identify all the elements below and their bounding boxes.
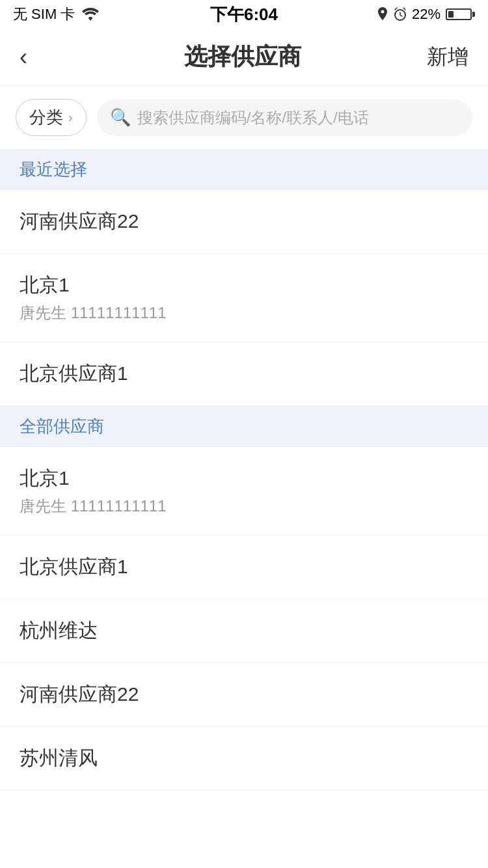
list-item[interactable]: 河南供应商22 xyxy=(0,190,488,254)
status-left: 无 SIM 卡 xyxy=(13,5,100,24)
search-icon: 🔍 xyxy=(110,107,131,128)
item-name: 北京1 xyxy=(20,272,468,299)
search-placeholder: 搜索供应商编码/名称/联系人/电话 xyxy=(137,107,369,128)
recent-header-text: 最近选择 xyxy=(20,159,87,179)
status-bar: 无 SIM 卡 下午6:04 22% xyxy=(0,0,488,29)
item-name: 杭州维达 xyxy=(20,617,468,644)
list-item[interactable]: 苏州清风 xyxy=(0,727,488,791)
recent-section-header: 最近选择 xyxy=(0,149,488,190)
category-label: 分类 xyxy=(29,106,63,129)
recent-items-list: 河南供应商22 北京1 唐先生 11111111111 北京供应商1 xyxy=(0,190,488,406)
list-item[interactable]: 北京供应商1 xyxy=(0,536,488,599)
list-item[interactable]: 杭州维达 xyxy=(0,599,488,663)
all-header-text: 全部供应商 xyxy=(20,416,104,436)
all-section-header: 全部供应商 xyxy=(0,406,488,447)
battery-percent: 22% xyxy=(412,6,441,23)
new-action-button[interactable]: 新增 xyxy=(427,43,468,72)
chevron-right-icon: › xyxy=(68,110,73,125)
location-icon xyxy=(377,7,388,21)
category-button[interactable]: 分类 › xyxy=(16,99,87,136)
item-name: 北京供应商1 xyxy=(20,360,468,387)
list-item[interactable]: 北京1 唐先生 11111111111 xyxy=(0,254,488,342)
wifi-icon xyxy=(81,8,100,21)
list-item[interactable]: 北京1 唐先生 11111111111 xyxy=(0,447,488,536)
all-items-list: 北京1 唐先生 11111111111 北京供应商1 杭州维达 河南供应商22 … xyxy=(0,447,488,791)
list-item[interactable]: 北京供应商1 xyxy=(0,342,488,406)
item-sub: 唐先生 11111111111 xyxy=(20,496,468,517)
item-name: 苏州清风 xyxy=(20,745,468,772)
item-sub: 唐先生 11111111111 xyxy=(20,303,468,323)
page-title: 选择供应商 xyxy=(184,41,301,73)
list-item[interactable]: 河南供应商22 xyxy=(0,663,488,727)
status-right: 22% xyxy=(377,6,475,23)
alarm-icon xyxy=(394,7,407,21)
back-button[interactable]: ‹ xyxy=(20,44,59,71)
status-time: 下午6:04 xyxy=(210,3,278,26)
search-box[interactable]: 🔍 搜索供应商编码/名称/联系人/电话 xyxy=(97,100,472,136)
filter-bar: 分类 › 🔍 搜索供应商编码/名称/联系人/电话 xyxy=(0,86,488,149)
item-name: 北京1 xyxy=(20,465,468,492)
item-name: 北京供应商1 xyxy=(20,554,468,580)
battery-icon xyxy=(446,8,475,20)
no-sim-text: 无 SIM 卡 xyxy=(13,5,75,24)
item-name: 河南供应商22 xyxy=(20,208,468,235)
item-name: 河南供应商22 xyxy=(20,681,468,708)
nav-bar: ‹ 选择供应商 新增 xyxy=(0,29,488,86)
back-icon: ‹ xyxy=(20,44,27,71)
